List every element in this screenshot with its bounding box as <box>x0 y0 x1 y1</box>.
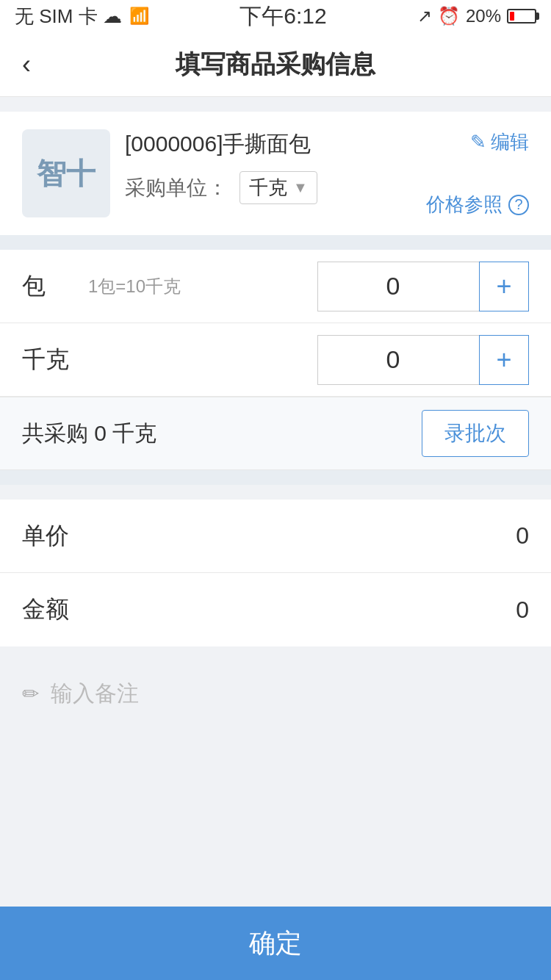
input-section: 包 1包=10千克 + 千克 + 共采购 0 千克 录批次 <box>0 250 551 470</box>
summary-row: 共采购 0 千克 录批次 <box>0 397 551 470</box>
unit-value: 千克 <box>249 175 287 201</box>
sim-label: 无 SIM 卡 ☁ <box>15 4 122 29</box>
amount-row: 金额 0 <box>0 573 551 646</box>
location-icon: ↗ <box>417 6 432 26</box>
kg-input-row: 千克 + <box>0 323 551 397</box>
bag-plus-button[interactable]: + <box>479 262 529 311</box>
unit-select[interactable]: 千克 ▼ <box>240 171 317 204</box>
battery-icon <box>507 9 536 24</box>
product-card: 智十 [0000006]手撕面包 采购单位： 千克 ▼ ✎ 编辑 价格参照 ? <box>0 112 551 235</box>
price-ref-label: 价格参照 <box>426 192 503 217</box>
amount-value: 0 <box>516 597 529 624</box>
back-button[interactable]: ‹ <box>22 49 31 80</box>
bag-label: 包 <box>22 270 81 303</box>
bag-input-row: 包 1包=10千克 + <box>0 250 551 323</box>
edit-icon: ✎ <box>470 131 486 154</box>
batch-button[interactable]: 录批次 <box>422 410 529 457</box>
nav-bar: ‹ 填写商品采购信息 <box>0 32 551 97</box>
section-divider-2 <box>0 470 551 485</box>
unit-price-row: 单价 0 <box>0 500 551 573</box>
section-divider-1 <box>0 235 551 250</box>
product-name: [0000006]手撕面包 <box>125 129 529 159</box>
amount-label: 金额 <box>22 594 69 626</box>
bag-input-group: + <box>317 262 529 311</box>
help-icon: ? <box>508 195 529 215</box>
kg-label: 千克 <box>22 344 81 376</box>
price-info-section: 单价 0 金额 0 <box>0 500 551 646</box>
kg-input-group: + <box>317 335 529 385</box>
summary-text: 共采购 0 千克 <box>22 419 156 449</box>
status-bar: 无 SIM 卡 ☁ 📶 下午6:12 ↗ ⏰ 20% <box>0 0 551 32</box>
bag-quantity-input[interactable] <box>317 262 479 311</box>
bag-sub-label: 1包=10千克 <box>88 275 181 298</box>
edit-label: 编辑 <box>491 129 529 155</box>
status-right: ↗ ⏰ 20% <box>417 6 536 26</box>
edit-button[interactable]: ✎ 编辑 <box>470 129 529 155</box>
pencil-icon: ✏ <box>22 682 39 706</box>
unit-price-label: 单价 <box>22 520 69 552</box>
wifi-icon: 📶 <box>129 7 149 26</box>
remark-placeholder: 输入备注 <box>51 679 139 709</box>
page-title: 填写商品采购信息 <box>176 48 375 82</box>
product-image: 智十 <box>22 129 110 217</box>
remark-section[interactable]: ✏ 输入备注 <box>0 661 551 727</box>
unit-label: 采购单位： <box>125 174 228 202</box>
confirm-button[interactable]: 确定 <box>0 907 551 980</box>
price-ref-button[interactable]: 价格参照 ? <box>426 192 529 217</box>
status-left: 无 SIM 卡 ☁ 📶 <box>15 4 149 29</box>
alarm-icon: ⏰ <box>438 6 460 26</box>
product-logo: 智十 <box>37 154 96 194</box>
kg-plus-button[interactable]: + <box>479 335 529 385</box>
status-time: 下午6:12 <box>240 1 326 32</box>
unit-price-value: 0 <box>516 522 529 550</box>
kg-quantity-input[interactable] <box>317 335 479 385</box>
chevron-down-icon: ▼ <box>293 179 308 196</box>
battery-percent: 20% <box>466 6 501 26</box>
